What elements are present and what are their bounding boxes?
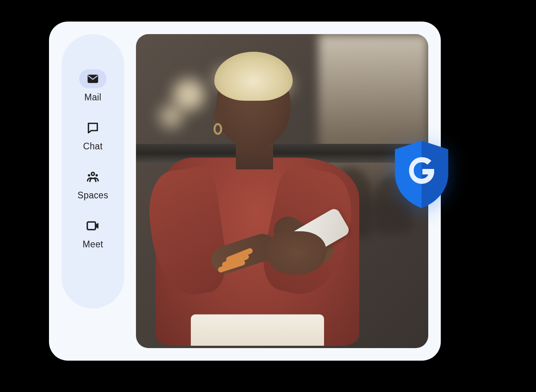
nav-label-meet: Meet (83, 239, 103, 250)
google-shield-badge (392, 139, 451, 210)
hero-photo (136, 34, 428, 348)
svg-point-2 (88, 174, 90, 176)
meet-icon (79, 216, 107, 235)
nav-label-spaces: Spaces (78, 190, 109, 201)
mail-icon (79, 69, 107, 88)
chat-icon (79, 118, 107, 137)
spaces-icon (79, 167, 107, 186)
nav-label-mail: Mail (84, 92, 101, 103)
nav-item-meet[interactable]: Meet (79, 216, 107, 250)
nav-item-spaces[interactable]: Spaces (78, 167, 109, 201)
nav-item-mail[interactable]: Mail (79, 69, 107, 103)
nav-label-chat: Chat (83, 141, 103, 152)
promo-card: Mail Chat Spaces (49, 22, 441, 361)
svg-rect-4 (87, 222, 96, 230)
svg-point-1 (91, 172, 94, 176)
person-illustration (156, 56, 359, 346)
app-nav-rail: Mail Chat Spaces (62, 34, 124, 309)
svg-point-3 (96, 174, 98, 176)
nav-item-chat[interactable]: Chat (79, 118, 107, 152)
